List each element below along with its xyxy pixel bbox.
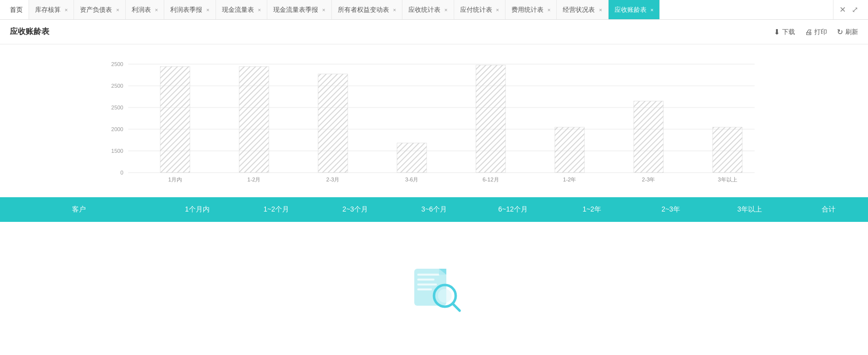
bar-2-3month [318,74,348,173]
window-controls: ✕ ⤢ [833,0,864,20]
col-1-2month: 1~2个月 [237,205,316,214]
bar-1-2month [239,67,269,173]
svg-text:2-3年: 2-3年 [642,177,655,182]
tab-equity[interactable]: 所有者权益变动表 × [332,0,402,20]
col-3-6month: 3~6个月 [395,205,473,214]
tab-operations-close[interactable]: × [599,7,602,13]
download-button[interactable]: ⬇ 下载 [774,28,795,36]
main-content: 2500 2500 2500 2000 1500 0 1月内 1-2月 [0,44,868,355]
tab-ar-aging[interactable]: 应收账龄表 × [609,0,660,20]
svg-rect-23 [417,279,434,281]
tab-ap-stats-close[interactable]: × [496,7,499,13]
svg-point-27 [438,289,452,303]
svg-text:0: 0 [120,170,123,176]
tab-ar-stats-label: 应收统计表 [408,5,440,14]
bar-3-6month [397,143,427,173]
svg-text:1-2年: 1-2年 [563,177,577,182]
chart-area: 2500 2500 2500 2000 1500 0 1月内 1-2月 [0,44,868,197]
tab-balance-sheet[interactable]: 资产负债表 × [74,0,125,20]
bar-2-3year [634,101,663,173]
bar-6-12month [476,65,506,173]
empty-illustration [404,264,464,313]
svg-line-28 [453,304,460,311]
tab-ap-stats-label: 应付统计表 [460,5,492,14]
col-2-3year: 2~3年 [631,205,710,214]
download-icon: ⬇ [774,28,780,36]
print-button[interactable]: 🖨 打印 [805,28,827,36]
tab-cashflow[interactable]: 现金流量表 × [216,0,267,20]
tab-cashflow-quarterly-close[interactable]: × [322,7,325,13]
tab-equity-close[interactable]: × [393,7,396,13]
tab-cashflow-quarterly[interactable]: 现金流量表季报 × [267,0,331,20]
svg-text:1月内: 1月内 [168,177,182,182]
svg-text:1-2月: 1-2月 [248,177,261,182]
tab-cashflow-quarterly-label: 现金流量表季报 [273,5,318,14]
tab-operations[interactable]: 经营状况表 × [557,0,608,20]
chart-container: 2500 2500 2500 2000 1500 0 1月内 1-2月 [15,54,853,192]
tab-inventory-close[interactable]: × [65,7,68,13]
tab-expense-stats-close[interactable]: × [547,7,550,13]
svg-text:6-12月: 6-12月 [482,177,499,182]
tab-balance-sheet-label: 资产负债表 [80,5,112,14]
tab-bar: 首页 库存核算 × 资产负债表 × 利润表 × 利润表季报 × 现金流量表 × … [0,0,868,20]
tab-profit-quarterly-close[interactable]: × [206,7,209,13]
col-1-2year: 1~2年 [552,205,631,214]
tab-profit-label: 利润表 [132,5,151,14]
col-customer: 客户 [0,205,158,214]
tab-home[interactable]: 首页 [4,0,29,20]
page-actions: ⬇ 下载 🖨 打印 ↻ 刷新 [774,28,858,36]
tab-operations-label: 经营状况表 [563,5,595,14]
col-2-3month: 2~3个月 [316,205,395,214]
page-header: 应收账龄表 ⬇ 下载 🖨 打印 ↻ 刷新 [0,20,868,44]
refresh-label: 刷新 [845,28,858,36]
svg-rect-24 [417,284,437,285]
tab-inventory[interactable]: 库存核算 × [29,0,74,20]
svg-text:2500: 2500 [111,61,123,67]
maximize-window-icon[interactable]: ⤢ [852,5,858,14]
svg-text:3-6月: 3-6月 [405,177,419,182]
bar-1month [160,67,190,173]
tab-balance-sheet-close[interactable]: × [116,7,119,13]
tab-ar-aging-close[interactable]: × [651,7,653,13]
bar-chart: 2500 2500 2500 2000 1500 0 1月内 1-2月 [15,54,853,192]
svg-text:1500: 1500 [111,148,123,154]
tab-cashflow-label: 现金流量表 [222,5,254,14]
tab-cashflow-close[interactable]: × [258,7,261,13]
tab-profit-quarterly[interactable]: 利润表季报 × [164,0,216,20]
col-1month: 1个月内 [158,205,237,214]
bar-1-2year [555,127,584,173]
tab-profit[interactable]: 利润表 × [126,0,164,20]
bar-3plus-year [713,127,742,173]
page-title: 应收账龄表 [10,27,49,37]
svg-rect-25 [417,288,432,290]
svg-text:2500: 2500 [111,105,123,110]
svg-rect-22 [417,274,439,276]
tab-profit-close[interactable]: × [155,7,158,13]
table-body [0,222,868,355]
svg-text:2000: 2000 [111,126,123,132]
tab-profit-quarterly-label: 利润表季报 [170,5,202,14]
tab-home-label: 首页 [10,5,23,14]
print-label: 打印 [814,28,827,36]
refresh-button[interactable]: ↻ 刷新 [837,28,858,36]
download-label: 下载 [782,28,795,36]
col-total: 合计 [789,205,868,214]
svg-text:2-3月: 2-3月 [326,177,340,182]
print-icon: 🖨 [805,28,812,36]
tab-expense-stats-label: 费用统计表 [511,5,543,14]
svg-text:2500: 2500 [111,83,123,89]
tab-expense-stats[interactable]: 费用统计表 × [506,0,557,20]
close-window-icon[interactable]: ✕ [839,5,846,14]
tab-inventory-label: 库存核算 [35,5,61,14]
col-3plus-year: 3年以上 [710,205,789,214]
svg-text:3年以上: 3年以上 [718,177,737,182]
refresh-icon: ↻ [837,28,843,36]
col-6-12month: 6~12个月 [473,205,552,214]
tab-equity-label: 所有者权益变动表 [338,5,389,14]
tab-ar-stats-close[interactable]: × [444,7,447,13]
tab-ar-aging-label: 应收账龄表 [615,5,647,14]
tab-ap-stats[interactable]: 应付统计表 × [454,0,506,20]
tab-ar-stats[interactable]: 应收统计表 × [402,0,454,20]
table-header: 客户 1个月内 1~2个月 2~3个月 3~6个月 6~12个月 1~2年 2~… [0,197,868,222]
tab-list: 首页 库存核算 × 资产负债表 × 利润表 × 利润表季报 × 现金流量表 × … [4,0,833,20]
